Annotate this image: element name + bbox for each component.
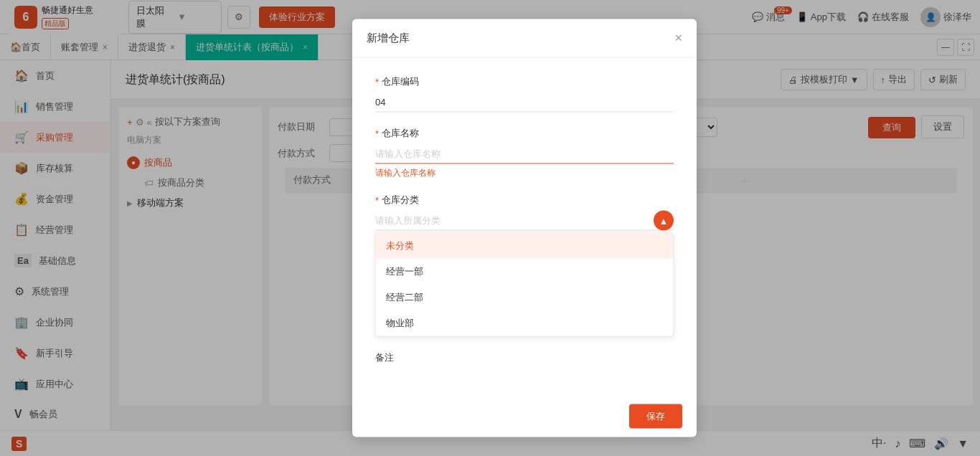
category-option-property[interactable]: 物业部 <box>376 310 673 336</box>
add-warehouse-modal: 新增仓库 × * 仓库编码 * 仓库名称 请输入仓库名称 * 仓库分类 <box>352 19 697 437</box>
category-dropdown-toggle[interactable]: ▲ <box>654 211 674 231</box>
warehouse-category-input[interactable] <box>375 211 674 231</box>
name-required-mark: * <box>375 128 379 138</box>
save-button[interactable]: 保存 <box>629 404 682 429</box>
warehouse-category-field: * 仓库分类 ▲ 未分类 经营一部 经营二部 <box>375 194 674 337</box>
option-label-1: 经营一部 <box>386 266 423 277</box>
note-label-row: 备注 <box>375 351 674 364</box>
name-label-row: * 仓库名称 <box>375 127 674 140</box>
warehouse-name-field: * 仓库名称 请输入仓库名称 <box>375 127 674 179</box>
category-input-group: ▲ <box>375 211 674 231</box>
note-label: 备注 <box>375 351 394 364</box>
category-option-dept1[interactable]: 经营一部 <box>376 259 673 285</box>
name-label: 仓库名称 <box>382 127 419 140</box>
warehouse-code-field: * 仓库编码 <box>375 75 674 113</box>
modal-footer: 保存 <box>352 396 697 437</box>
modal-close-button[interactable]: × <box>674 31 682 46</box>
option-label-3: 物业部 <box>386 318 414 328</box>
warehouse-note-field: 备注 <box>375 351 674 364</box>
code-label-row: * 仓库编码 <box>375 75 674 88</box>
modal-title: 新增仓库 <box>367 32 410 45</box>
category-option-unclassified[interactable]: 未分类 <box>376 233 673 259</box>
category-label-row: * 仓库分类 <box>375 194 674 206</box>
code-required-mark: * <box>375 76 379 87</box>
modal-body: * 仓库编码 * 仓库名称 请输入仓库名称 * 仓库分类 ▲ <box>352 58 697 396</box>
category-option-dept2[interactable]: 经营二部 <box>376 285 673 310</box>
category-required-mark: * <box>375 194 379 205</box>
warehouse-code-input[interactable] <box>375 92 674 113</box>
name-error-message: 请输入仓库名称 <box>375 167 674 179</box>
code-label: 仓库编码 <box>382 75 419 88</box>
category-label: 仓库分类 <box>382 194 419 206</box>
category-dropdown-list: 未分类 经营一部 经营二部 物业部 <box>375 232 674 337</box>
modal-header: 新增仓库 × <box>352 19 697 58</box>
warehouse-name-input[interactable] <box>375 144 674 164</box>
option-label-2: 经营二部 <box>386 292 423 303</box>
chevron-up-icon: ▲ <box>659 215 669 226</box>
option-label-0: 未分类 <box>386 240 414 251</box>
